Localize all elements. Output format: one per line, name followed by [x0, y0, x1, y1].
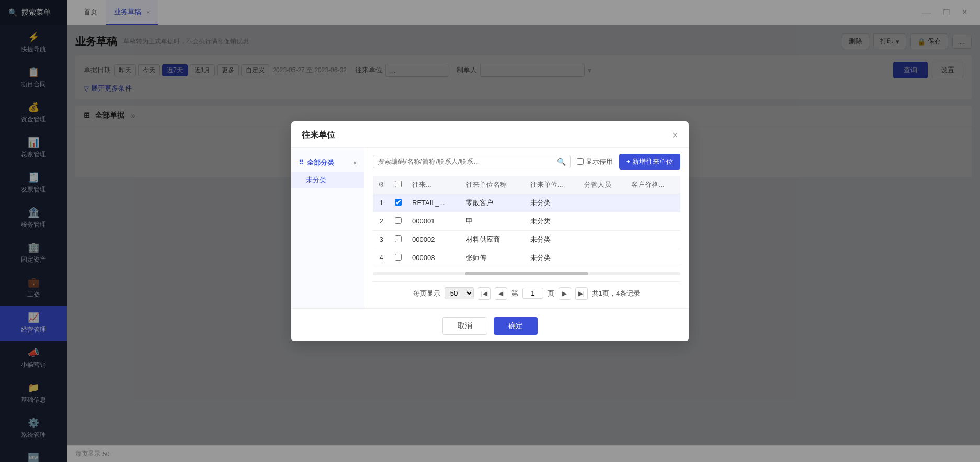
row-manager [579, 194, 626, 212]
grid-dots-icon: ⠿ [299, 159, 304, 166]
table-row[interactable]: 3 000002 材料供应商 未分类 [373, 230, 680, 249]
row-check[interactable] [390, 230, 407, 249]
search-input[interactable] [378, 157, 555, 165]
row-manager [579, 212, 626, 230]
category-all[interactable]: ⠿ 全部分类 « [291, 154, 364, 172]
page-input[interactable] [522, 288, 543, 299]
dialog-body: ⠿ 全部分类 « 未分类 🔍 [291, 148, 689, 308]
row-idx: 1 [373, 194, 390, 212]
row-check[interactable] [390, 194, 407, 212]
dialog-title: 往来单位 [302, 130, 335, 141]
cancel-button[interactable]: 取消 [442, 317, 487, 335]
dialog-search-row: 🔍 显示停用 + 新增往来单位 [373, 154, 680, 170]
category-all-label: 全部分类 [307, 158, 334, 167]
horizontal-scrollbar[interactable] [373, 272, 680, 275]
col-header-settings: ⚙ [373, 176, 390, 194]
add-partner-button[interactable]: + 新增往来单位 [619, 154, 680, 170]
confirm-button[interactable]: 确定 [494, 317, 538, 335]
page-word: 第 [511, 289, 518, 298]
row-price [626, 249, 680, 267]
show-disabled-checkbox[interactable] [577, 158, 584, 165]
table-row[interactable]: 2 000001 甲 未分类 [373, 212, 680, 230]
page-suffix: 页 [548, 289, 554, 298]
row-price [626, 230, 680, 249]
row-category: 未分类 [525, 230, 579, 249]
per-page-select[interactable]: 50 10 20 100 [445, 287, 474, 299]
row-code: RETAIL_... [407, 194, 461, 212]
page-prev-btn[interactable]: ◀ [495, 287, 507, 300]
row-idx: 3 [373, 230, 390, 249]
col-header-code: 往来... [407, 176, 461, 194]
category-collapse-icon[interactable]: « [353, 159, 357, 166]
row-idx: 4 [373, 249, 390, 267]
search-icon: 🔍 [557, 157, 566, 166]
row-price [626, 194, 680, 212]
col-header-manager: 分管人员 [579, 176, 626, 194]
dialog-table: ⚙ 往来... 往来单位名称 往来单位... 分管人员 客户价格... [373, 176, 680, 267]
dialog-category-panel: ⠿ 全部分类 « 未分类 [291, 148, 364, 308]
dialog-table-wrap: ⚙ 往来... 往来单位名称 往来单位... 分管人员 客户价格... [373, 176, 680, 270]
row-manager [579, 249, 626, 267]
col-header-name: 往来单位名称 [461, 176, 525, 194]
page-next-btn[interactable]: ▶ [559, 287, 571, 300]
dialog-actions: 取消 确定 [291, 308, 689, 341]
dialog-close-icon[interactable]: × [672, 130, 678, 140]
row-category: 未分类 [525, 194, 579, 212]
dialog-table-body: 1 RETAIL_... 零散客户 未分类 2 [373, 194, 680, 267]
show-disabled-label: 显示停用 [586, 157, 613, 166]
col-header-check [390, 176, 407, 194]
category-unclassified-label: 未分类 [306, 176, 326, 184]
dialog-pagination: 每页显示 50 10 20 100 |◀ ◀ 第 页 ▶ ▶| [373, 281, 680, 302]
row-code: 000001 [407, 212, 461, 230]
row-price [626, 212, 680, 230]
dialog-partner: 往来单位 × ⠿ 全部分类 « 未分类 [291, 121, 689, 341]
table-row[interactable]: 1 RETAIL_... 零散客户 未分类 [373, 194, 680, 212]
dialog-table-head: ⚙ 往来... 往来单位名称 往来单位... 分管人员 客户价格... [373, 176, 680, 194]
row-check[interactable] [390, 249, 407, 267]
row-code: 000003 [407, 249, 461, 267]
page-first-btn[interactable]: |◀ [478, 287, 491, 300]
category-unclassified[interactable]: 未分类 [291, 172, 364, 188]
row-category: 未分类 [525, 212, 579, 230]
table-row[interactable]: 4 000003 张师傅 未分类 [373, 249, 680, 267]
show-disabled-toggle[interactable]: 显示停用 [577, 157, 613, 166]
dialog-table-header-row: ⚙ 往来... 往来单位名称 往来单位... 分管人员 客户价格... [373, 176, 680, 194]
row-name: 甲 [461, 212, 525, 230]
row-manager [579, 230, 626, 249]
row-name: 材料供应商 [461, 230, 525, 249]
row-check[interactable] [390, 212, 407, 230]
page-last-btn[interactable]: ▶| [575, 287, 588, 300]
row-name: 张师傅 [461, 249, 525, 267]
per-page-label: 每页显示 [413, 289, 440, 298]
dialog-header: 往来单位 × [291, 121, 689, 148]
page-total: 共1页，4条记录 [592, 289, 640, 298]
row-idx: 2 [373, 212, 390, 230]
row-name: 零散客户 [461, 194, 525, 212]
select-all-checkbox[interactable] [395, 181, 402, 187]
row-category: 未分类 [525, 249, 579, 267]
scrollbar-thumb[interactable] [465, 272, 588, 275]
main-area: 首页 业务草稿 × — □ × 业务草稿 草稿转为正式单据时，不会执行满额促销优… [67, 0, 980, 462]
col-header-price: 客户价格... [626, 176, 680, 194]
dialog-overlay[interactable]: 往来单位 × ⠿ 全部分类 « 未分类 [67, 0, 980, 462]
col-header-category: 往来单位... [525, 176, 579, 194]
row-code: 000002 [407, 230, 461, 249]
dialog-right: 🔍 显示停用 + 新增往来单位 ⚙ [364, 148, 689, 308]
search-box[interactable]: 🔍 [373, 155, 571, 168]
